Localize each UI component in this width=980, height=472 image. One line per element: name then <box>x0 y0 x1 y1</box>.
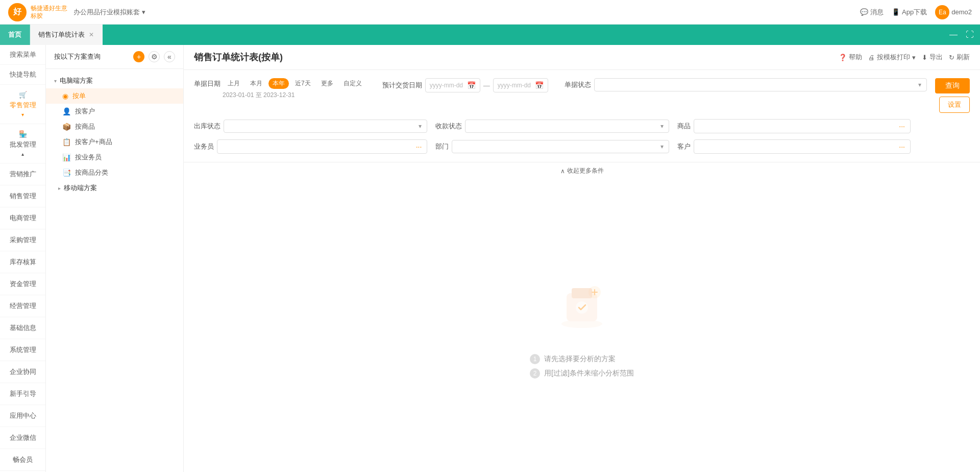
add-scheme-button[interactable]: + <box>133 51 144 62</box>
product-more-icon[interactable]: ··· <box>899 122 905 130</box>
filter-row-3: 业务员 ··· 部门 ▾ 客户 <box>194 139 970 154</box>
sidebar-item-system[interactable]: 系统管理 <box>0 339 45 361</box>
tree-arrow-pc: ▾ <box>54 78 57 84</box>
sidebar-item-sales[interactable]: 销售管理 <box>0 185 45 207</box>
maximize-icon[interactable]: ⛶ <box>964 28 976 41</box>
chevron-up-icon: ∧ <box>560 168 565 175</box>
expected-date-start[interactable]: yyyy-mm-dd 📅 <box>425 78 480 92</box>
by-category-icon: 📑 <box>62 169 71 177</box>
filter-row-2: 出库状态 ▾ 收款状态 ▾ 商品 <box>194 119 970 133</box>
refresh-icon: ↻ <box>949 54 954 61</box>
top-bar-right: 💬 消息 📱 App下载 Ea demo2 <box>860 5 972 19</box>
export-button[interactable]: ⬇ 导出 <box>922 53 943 62</box>
by-salesperson-icon: 📊 <box>62 153 71 161</box>
salesperson-group: 业务员 ··· <box>194 139 427 154</box>
chevron-down-icon: ▾ <box>918 81 921 88</box>
settings-button[interactable]: 设置 <box>939 97 970 113</box>
sidebar-search-menu[interactable]: 搜索菜单 <box>0 45 45 65</box>
sidebar-item-retail[interactable]: 🛒 零售管理 ▾ <box>0 85 45 124</box>
sidebar-item-marketing[interactable]: 营销推广 <box>0 163 45 185</box>
tip-num-2: 2 <box>530 368 540 379</box>
refresh-button[interactable]: ↻ 刷新 <box>949 53 970 62</box>
sidebar-item-newbie[interactable]: 新手引导 <box>0 383 45 405</box>
sidebar-item-purchase[interactable]: 采购管理 <box>0 229 45 251</box>
tree-section-header-mobile[interactable]: ▸ 移动端方案 <box>46 180 183 196</box>
collapse-panel-button[interactable]: « <box>164 51 175 62</box>
chevron-down-icon: ▾ <box>21 112 24 117</box>
product-group: 商品 ··· <box>677 119 911 133</box>
tree-item-by-product[interactable]: 📦 按商品 <box>46 119 183 134</box>
date-filter-group: 单据日期 上月 本月 本年 近7天 更多 自定义 2023-01-01 至 20… <box>194 78 366 100</box>
sidebar-quick-nav[interactable]: 快捷导航 <box>0 65 45 85</box>
date-label: 单据日期 <box>194 79 220 88</box>
export-icon: ⬇ <box>922 54 927 61</box>
app-download-button[interactable]: 📱 App下载 <box>892 8 927 17</box>
department-label: 部门 <box>435 142 449 151</box>
empty-tip-2: 2 用[过滤]条件来缩小分析范围 <box>530 368 634 379</box>
last-month-btn[interactable]: 上月 <box>224 78 244 89</box>
out-status-select[interactable]: ▾ <box>224 120 427 133</box>
tree-section-header-pc[interactable]: ▾ 电脑端方案 <box>46 73 183 88</box>
calendar-icon-start: 📅 <box>467 81 476 89</box>
last7days-btn[interactable]: 近7天 <box>291 78 315 89</box>
wholesale-icon: 🏪 <box>19 130 27 138</box>
customer-more-icon[interactable]: ··· <box>899 143 905 151</box>
content-area: 按以下方案查询 + ⚙ « ▾ 电脑端方案 ◉ 按单 <box>46 45 980 472</box>
status-label: 单据状态 <box>565 80 591 89</box>
minimize-icon[interactable]: — <box>947 28 960 41</box>
customer-group: 客户 ··· <box>677 139 911 154</box>
sidebar-item-wholesale[interactable]: 🏪 批发管理 ▴ <box>0 124 45 163</box>
tree-item-by-category[interactable]: 📑 按商品分类 <box>46 165 183 180</box>
industry-label[interactable]: 办公用品行业模拟账套 ▾ <box>74 8 145 17</box>
by-customer-icon: 👤 <box>62 107 71 115</box>
tree-item-by-order[interactable]: ◉ 按单 <box>46 88 183 104</box>
salesperson-more-icon[interactable]: ··· <box>416 143 422 151</box>
by-order-icon: ◉ <box>62 92 68 100</box>
empty-state: 1 请先选择要分析的方案 2 用[过滤]条件来缩小分析范围 <box>184 179 980 472</box>
sidebar-item-enterprise[interactable]: 企业协同 <box>0 361 45 383</box>
tab-sales-stats[interactable]: 销售订单统计表 ✕ <box>30 25 103 45</box>
sidebar-item-finance[interactable]: 资金管理 <box>0 273 45 295</box>
salesperson-input[interactable]: ··· <box>217 139 427 154</box>
sidebar-item-member[interactable]: 畅会员 <box>0 449 45 471</box>
tree-item-by-salesperson[interactable]: 📊 按业务员 <box>46 150 183 165</box>
tab-close-icon[interactable]: ✕ <box>89 31 94 38</box>
left-panel-title: 按以下方案查询 <box>54 52 101 61</box>
more-btn[interactable]: 更多 <box>317 78 337 89</box>
top-bar: 好 畅捷通好生意 标胶 办公用品行业模拟账套 ▾ 💬 消息 📱 App下载 Ea… <box>0 0 980 25</box>
sidebar-item-inventory[interactable]: 库存核算 <box>0 251 45 273</box>
sidebar-item-ecommerce[interactable]: 电商管理 <box>0 207 45 229</box>
tab-home[interactable]: 首页 <box>0 25 30 45</box>
this-month-btn[interactable]: 本月 <box>246 78 266 89</box>
sidebar-item-operations[interactable]: 经营管理 <box>0 295 45 317</box>
filter-area: 单据日期 上月 本月 本年 近7天 更多 自定义 2023-01-01 至 20… <box>184 70 980 162</box>
sidebar-item-corp-wechat[interactable]: 企业微信 <box>0 427 45 449</box>
message-button[interactable]: 💬 消息 <box>860 8 884 17</box>
payment-status-select[interactable]: ▾ <box>465 120 669 133</box>
empty-illustration <box>551 273 612 344</box>
expected-date-group: 预计交货日期 yyyy-mm-dd 📅 — yyyy-mm-dd 📅 <box>382 78 548 92</box>
page-header: 销售订单统计表(按单) ❓ 帮助 🖨 按模板打印 ▾ ⬇ 导出 <box>184 45 980 70</box>
tip-num-1: 1 <box>530 354 540 364</box>
template-print-button[interactable]: 🖨 按模板打印 ▾ <box>868 53 916 62</box>
sidebar-item-basic[interactable]: 基础信息 <box>0 317 45 339</box>
collapse-bar[interactable]: ∧ 收起更多条件 <box>184 162 980 179</box>
tree-item-by-customer[interactable]: 👤 按客户 <box>46 104 183 119</box>
department-select[interactable]: ▾ <box>452 140 669 153</box>
product-input[interactable]: ··· <box>694 119 911 133</box>
date-shortcuts-row: 单据日期 上月 本月 本年 近7天 更多 自定义 <box>194 78 366 89</box>
sidebar-item-app-center[interactable]: 应用中心 <box>0 405 45 427</box>
custom-btn[interactable]: 自定义 <box>339 78 366 89</box>
tree-item-by-customer-product[interactable]: 📋 按客户+商品 <box>46 134 183 150</box>
settings-scheme-button[interactable]: ⚙ <box>149 51 160 62</box>
status-select[interactable]: ▾ <box>594 78 927 91</box>
this-year-btn[interactable]: 本年 <box>268 78 289 89</box>
query-button[interactable]: 查询 <box>935 78 970 93</box>
expected-date-end[interactable]: yyyy-mm-dd 📅 <box>493 78 548 92</box>
help-button[interactable]: ❓ 帮助 <box>839 53 862 62</box>
logo-text: 畅捷通好生意 标胶 <box>31 5 67 19</box>
user-menu[interactable]: Ea demo2 <box>935 5 972 19</box>
date-shortcuts: 上月 本月 本年 近7天 更多 自定义 <box>224 78 366 89</box>
customer-input[interactable]: ··· <box>694 139 911 154</box>
right-panel: 销售订单统计表(按单) ❓ 帮助 🖨 按模板打印 ▾ ⬇ 导出 <box>184 45 980 472</box>
